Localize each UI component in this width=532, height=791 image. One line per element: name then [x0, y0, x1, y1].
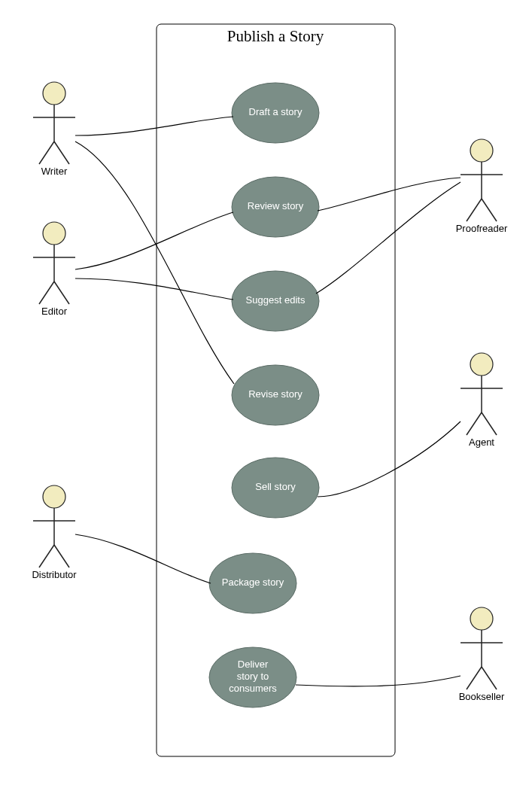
- assoc-writer-draft: [75, 117, 233, 135]
- svg-line-44: [482, 412, 497, 435]
- svg-point-40: [470, 353, 493, 376]
- svg-line-25: [39, 281, 54, 304]
- svg-text:Sell story: Sell story: [255, 481, 296, 492]
- assoc-distributor-package: [75, 534, 211, 583]
- svg-line-38: [482, 199, 497, 221]
- svg-text:Revise story: Revise story: [248, 388, 302, 400]
- svg-text:Review story: Review story: [248, 200, 304, 211]
- svg-line-26: [54, 281, 69, 304]
- svg-line-37: [467, 199, 482, 221]
- actor-editor: Editor: [33, 222, 75, 317]
- assoc-proofreader-review: [318, 178, 461, 211]
- assoc-proofreader-suggest: [316, 182, 461, 294]
- actor-agent: Agent: [461, 353, 503, 448]
- svg-text:Deliver: Deliver: [238, 659, 269, 670]
- svg-point-46: [470, 607, 493, 630]
- svg-line-32: [54, 545, 69, 567]
- svg-text:Draft a story: Draft a story: [249, 106, 302, 117]
- svg-point-22: [43, 222, 65, 245]
- svg-text:Suggest edits: Suggest edits: [246, 294, 306, 306]
- svg-text:Writer: Writer: [41, 166, 68, 177]
- svg-point-34: [470, 139, 493, 162]
- svg-text:Package story: Package story: [222, 577, 284, 588]
- actor-proofreader: Proofreader: [456, 139, 508, 234]
- assoc-writer-revise: [75, 141, 234, 384]
- diagram-title: Publish a Story: [227, 27, 324, 45]
- assoc-bookseller-deliver: [296, 676, 461, 686]
- actor-writer: Writer: [33, 82, 75, 177]
- svg-text:Distributor: Distributor: [32, 569, 77, 580]
- usecase-draft: Draft a story: [232, 83, 319, 143]
- svg-text:Agent: Agent: [469, 437, 494, 448]
- svg-point-28: [43, 485, 65, 508]
- svg-text:consumers: consumers: [229, 683, 277, 694]
- svg-text:story to: story to: [237, 671, 269, 682]
- usecase-review: Review story: [232, 177, 319, 237]
- usecase-suggest: Suggest edits: [232, 271, 319, 331]
- svg-line-43: [467, 412, 482, 435]
- svg-line-20: [54, 141, 69, 164]
- svg-text:Editor: Editor: [41, 306, 68, 317]
- svg-line-19: [39, 141, 54, 164]
- svg-line-31: [39, 545, 54, 567]
- svg-point-16: [43, 82, 65, 105]
- svg-line-49: [467, 667, 482, 689]
- usecase-package: Package story: [209, 553, 296, 613]
- use-case-diagram: Publish a Story Draft a story Review sto…: [0, 0, 532, 791]
- svg-line-50: [482, 667, 497, 689]
- assoc-editor-suggest: [75, 278, 233, 300]
- usecase-deliver: Deliver story to consumers: [209, 647, 296, 707]
- actor-bookseller: Bookseller: [459, 607, 505, 702]
- svg-text:Bookseller: Bookseller: [459, 691, 505, 702]
- usecase-revise: Revise story: [232, 365, 319, 425]
- assoc-agent-sell: [318, 421, 461, 497]
- svg-text:Proofreader: Proofreader: [456, 223, 508, 234]
- actor-distributor: Distributor: [32, 485, 77, 580]
- usecase-sell: Sell story: [232, 458, 319, 518]
